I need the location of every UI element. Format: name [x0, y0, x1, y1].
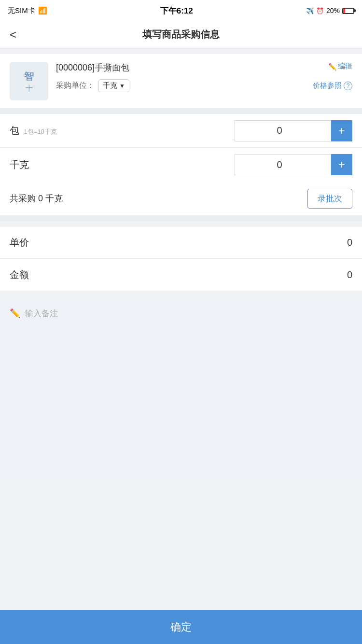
bao-label-text: 包	[10, 125, 19, 136]
battery-icon	[342, 8, 354, 14]
divider-2	[0, 215, 362, 221]
battery-percent: 20%	[326, 7, 340, 14]
back-button[interactable]: <	[6, 24, 20, 45]
unit-price-value: 0	[347, 237, 352, 248]
unit-price-row: 单价 0	[0, 227, 362, 259]
kg-plus-button[interactable]: +	[331, 154, 352, 175]
status-time: 下午6:12	[160, 5, 193, 16]
product-name: [0000006]手撕面包	[56, 62, 129, 73]
unit-price-label: 单价	[10, 236, 29, 249]
divider-1	[0, 108, 362, 114]
content-area	[0, 330, 362, 485]
unit-label: 采购单位： 千克 ▼	[56, 79, 129, 92]
notes-placeholder: 输入备注	[25, 308, 58, 319]
product-card: 智 十 [0000006]手撕面包 ✏️ 编辑 采购单位： 千克 ▼ 价格参照 …	[0, 54, 362, 108]
product-logo-text1: 智	[24, 70, 34, 83]
wifi-icon: 📶	[38, 6, 47, 15]
price-section: 单价 0 金额 0	[0, 227, 362, 291]
alarm-icon: ⏰	[316, 7, 324, 14]
product-logo-text2: 十	[24, 83, 34, 93]
kg-quantity-input[interactable]	[235, 154, 331, 175]
price-ref-button[interactable]: 价格参照 ?	[313, 81, 352, 90]
status-left: 无SIM卡 📶	[8, 6, 47, 15]
bao-plus-button[interactable]: +	[331, 120, 352, 141]
bao-input-right: +	[68, 120, 352, 141]
product-meta: 采购单位： 千克 ▼ 价格参照 ?	[56, 79, 352, 92]
kg-input-row: 千克 +	[0, 148, 362, 182]
notes-section[interactable]: ✏️ 输入备注	[0, 296, 362, 330]
unit-value: 千克	[103, 81, 117, 90]
kg-label: 千克	[10, 158, 68, 171]
unit-dropdown-icon: ▼	[119, 83, 125, 89]
edit-button[interactable]: ✏️ 编辑	[328, 62, 352, 71]
bao-label: 包 1包=10千克	[10, 124, 68, 137]
confirm-button[interactable]: 确定	[0, 610, 362, 644]
price-ref-label: 价格参照	[313, 81, 342, 90]
amount-row: 金额 0	[0, 259, 362, 291]
amount-value: 0	[347, 269, 352, 280]
location-icon: ✈️	[306, 7, 314, 14]
record-batch-button[interactable]: 录批次	[307, 189, 352, 209]
unit-label-text: 采购单位：	[56, 81, 95, 91]
edit-icon: ✏️	[328, 63, 336, 70]
carrier-label: 无SIM卡	[8, 6, 35, 15]
edit-label: 编辑	[338, 62, 352, 71]
bao-quantity-input[interactable]	[235, 120, 331, 141]
notes-pencil-icon: ✏️	[10, 308, 20, 319]
product-info: [0000006]手撕面包 ✏️ 编辑 采购单位： 千克 ▼ 价格参照 ?	[56, 62, 352, 92]
bao-input-row: 包 1包=10千克 +	[0, 114, 362, 148]
status-right: ✈️ ⏰ 20%	[306, 7, 354, 14]
price-ref-icon: ?	[344, 82, 352, 90]
kg-label-text: 千克	[10, 159, 29, 170]
unit-select[interactable]: 千克 ▼	[98, 79, 129, 92]
nav-bar: < 填写商品采购信息	[0, 21, 362, 48]
bao-sublabel: 1包=10千克	[24, 128, 57, 135]
summary-row: 共采购 0 千克 录批次	[0, 182, 362, 215]
status-bar: 无SIM卡 📶 下午6:12 ✈️ ⏰ 20%	[0, 0, 362, 21]
summary-text: 共采购 0 千克	[10, 193, 63, 204]
input-section: 包 1包=10千克 + 千克 +	[0, 114, 362, 182]
product-image: 智 十	[10, 62, 48, 100]
product-header: [0000006]手撕面包 ✏️ 编辑	[56, 62, 352, 73]
kg-input-right: +	[68, 154, 352, 175]
page-title: 填写商品采购信息	[142, 28, 220, 41]
amount-label: 金额	[10, 268, 29, 281]
